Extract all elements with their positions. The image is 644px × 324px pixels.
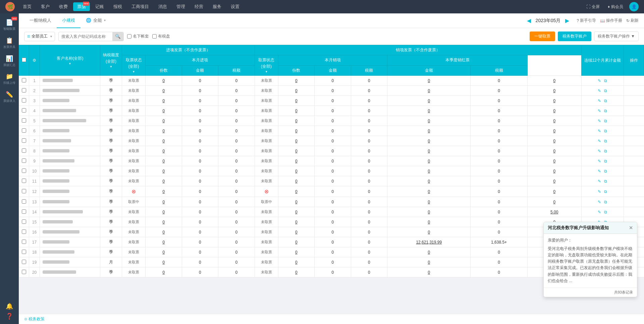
tab-general-taxpayer[interactable]: 一般纳税人 (24, 13, 57, 28)
row-checkbox[interactable] (22, 209, 26, 214)
out-tax-cell: 0 (351, 96, 387, 106)
copy-button[interactable]: ⧉ (604, 200, 607, 204)
copy-button[interactable]: ⧉ (604, 129, 607, 133)
edit-button[interactable]: ✎ (598, 159, 601, 164)
row-checkbox[interactable] (22, 78, 26, 82)
row-checkbox[interactable] (22, 169, 26, 173)
quota-cell: 季 (100, 156, 122, 166)
prev-month-button[interactable]: ◀ (525, 17, 533, 24)
row-checkbox[interactable] (22, 128, 26, 133)
rolling-cell: 0 (527, 76, 581, 86)
new-guide-button[interactable]: ? 新手引导 (577, 18, 596, 23)
toolbar-right-buttons: 一键取票 税务数字账户 税务数字账户操作 ▼ (530, 31, 639, 41)
nav-operation[interactable]: 经营 (191, 2, 207, 11)
edit-button[interactable]: ✎ (598, 189, 601, 194)
copy-button[interactable]: ⧉ (604, 88, 607, 93)
sub-account-checkbox-label[interactable]: 名下帐套 (127, 34, 149, 39)
tax-digital-account-op-button[interactable]: 税务数字账户操作 ▼ (594, 31, 639, 41)
sidebar-item-invoice-open[interactable]: 📋 发票开具 (1, 34, 18, 52)
row-checkbox[interactable] (22, 179, 26, 183)
sidebar-item-smart-ticket[interactable]: 📄 智能取票 new (1, 16, 18, 34)
row-checkbox[interactable] (22, 108, 26, 113)
in-tax-cell: 0 (218, 237, 255, 247)
nav-fee[interactable]: 收费 (55, 2, 72, 11)
edit-button[interactable]: ✎ (598, 169, 601, 174)
edit-button[interactable]: ✎ (598, 179, 601, 184)
copy-button[interactable]: ⧉ (604, 179, 607, 184)
tax-policy-link[interactable]: ⊙ 税务政策 (24, 317, 45, 321)
edit-button[interactable]: ✎ (598, 109, 601, 113)
select-all-checkbox[interactable] (22, 58, 26, 62)
user-avatar[interactable]: 👤 (629, 2, 639, 11)
copy-button[interactable]: ⧉ (604, 159, 607, 164)
nav-manage[interactable]: 管理 (172, 2, 189, 11)
edit-button[interactable]: ✎ (598, 200, 601, 204)
nav-home[interactable]: 首页 (19, 2, 36, 11)
has-taxdisk-checkbox[interactable] (152, 34, 157, 39)
copy-button[interactable]: ⧉ (604, 169, 607, 174)
out-count-cell: 0 (278, 106, 315, 116)
edit-button[interactable]: ✎ (598, 139, 601, 143)
row-checkbox[interactable] (22, 199, 26, 204)
copy-button[interactable]: ⧉ (604, 139, 607, 143)
search-button[interactable]: 🔍 (112, 32, 123, 41)
notification-close-button[interactable]: ✕ (629, 225, 633, 231)
row-checkbox[interactable] (22, 230, 26, 234)
copy-button[interactable]: ⧉ (604, 189, 607, 194)
sub-account-checkbox[interactable] (127, 34, 131, 39)
nav-message[interactable]: 消息 (154, 2, 171, 11)
copy-button[interactable]: ⧉ (604, 99, 607, 103)
sidebar-notification-icon[interactable]: 🔔 (6, 303, 13, 310)
th-in-ticket-status: 取票状态 (全部) ▼ (122, 55, 146, 76)
row-checkbox[interactable] (22, 240, 26, 244)
nav-settings[interactable]: 设置 (227, 2, 244, 11)
row-checkbox[interactable] (22, 189, 26, 193)
row-checkbox[interactable] (22, 250, 26, 254)
nav-bookkeeping[interactable]: 记账 (91, 2, 108, 11)
row-checkbox[interactable] (22, 158, 26, 163)
copy-button[interactable]: ⧉ (604, 109, 607, 113)
out-tax-cell: 0 (351, 156, 387, 166)
row-checkbox[interactable] (22, 260, 26, 264)
member-button[interactable]: ♦ 购会员 (606, 3, 625, 10)
row-checkbox[interactable] (22, 88, 26, 92)
manual-button[interactable]: 📖 操作手册 (600, 18, 622, 23)
copy-button[interactable]: ⧉ (604, 78, 607, 83)
fullscreen-button[interactable]: ⛶ 全屏 (584, 3, 602, 10)
nav-service[interactable]: 服务 (209, 2, 225, 11)
nav-business[interactable]: 工商项目 (127, 2, 153, 11)
one-key-ticket-button[interactable]: 一键取票 (530, 31, 555, 41)
tax-digital-account-button[interactable]: 税务数字账户 (558, 31, 591, 41)
refresh-button[interactable]: ↻ 刷新 (626, 18, 639, 23)
sidebar-help-icon[interactable]: ❓ (6, 313, 13, 320)
edit-button[interactable]: ✎ (598, 99, 601, 103)
sidebar-item-scan-upload[interactable]: 📁 扫描上传 (1, 70, 18, 87)
row-checkbox[interactable] (22, 219, 26, 224)
sidebar-item-ticket-entry[interactable]: ✏️ 票据录入 (1, 88, 18, 106)
row-checkbox[interactable] (22, 138, 26, 143)
next-month-button[interactable]: ▶ (563, 17, 571, 24)
has-taxdisk-checkbox-label[interactable]: 有税盘 (152, 34, 170, 39)
out-status-label: 未取票 (261, 250, 272, 254)
row-checkbox[interactable] (22, 98, 26, 103)
copy-button[interactable]: ⧉ (604, 119, 607, 123)
row-checkbox[interactable] (22, 270, 26, 274)
nav-ticket[interactable]: 票据 new (73, 2, 90, 11)
edit-button[interactable]: ✎ (598, 129, 601, 133)
employee-filter[interactable]: ☰ 全部员工 ▾ (24, 32, 55, 41)
edit-button[interactable]: ✎ (598, 119, 601, 123)
row-checkbox[interactable] (22, 148, 26, 153)
search-input[interactable] (59, 34, 112, 39)
row-checkbox[interactable] (22, 118, 26, 123)
copy-button[interactable]: ⧉ (604, 149, 607, 153)
nav-customer[interactable]: 客户 (37, 2, 54, 11)
edit-button[interactable]: ✎ (598, 210, 601, 214)
edit-button[interactable]: ✎ (598, 78, 601, 83)
copy-button[interactable]: ⧉ (604, 210, 607, 214)
tab-all-ability[interactable]: 🌐 全能 ▾ (80, 13, 111, 28)
edit-button[interactable]: ✎ (598, 88, 601, 93)
nav-tax[interactable]: 报税 (109, 2, 126, 11)
tab-small-scale[interactable]: 小规模 (57, 13, 80, 28)
edit-button[interactable]: ✎ (598, 149, 601, 153)
sidebar-item-ticket-summary[interactable]: 📊 票据汇总 (1, 52, 18, 70)
